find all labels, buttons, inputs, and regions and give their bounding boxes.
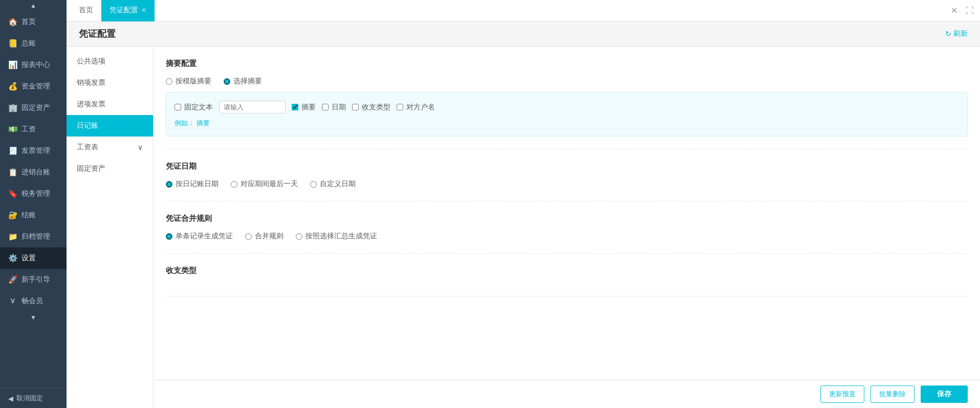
checkbox-counterpart-label: 对方户名 (406, 103, 435, 112)
checkbox-income-type[interactable]: 收支类型 (352, 103, 390, 112)
checkbox-summary-input[interactable] (292, 104, 298, 110)
sidebar-item-invoice[interactable]: 🧾 发票管理 (0, 140, 67, 162)
summary-radio-template[interactable]: 按模版摘要 (166, 77, 211, 86)
checkbox-summary-label: 摘要 (301, 103, 316, 112)
footer-bar: 更新预置 批量删除 保存 (154, 380, 980, 408)
content-layout: 公共选项 销项发票 进项发票 日记账 工资表 ∨ 固定资产 (67, 47, 980, 408)
nav-item-payroll[interactable]: 工资表 ∨ (67, 137, 153, 158)
sidebar-item-purchase-sale[interactable]: 📋 进销台账 (0, 162, 67, 183)
sidebar-unpin-btn[interactable]: ◀ 取消固定 (0, 388, 67, 408)
sidebar-item-funds[interactable]: 💰 资金管理 (0, 76, 67, 97)
date-radio-custom-input[interactable] (310, 181, 317, 188)
tax-icon: 🔖 (8, 189, 17, 198)
nav-item-fixed-assets[interactable]: 固定资产 (67, 158, 153, 179)
summary-radio-template-input[interactable] (166, 78, 172, 85)
summary-checkbox-row: 固定文本 摘要 日期 (175, 101, 959, 114)
sidebar-item-label: 发票管理 (21, 146, 50, 155)
sidebar-item-label: 新手引导 (21, 275, 50, 284)
page-title: 凭证配置 (79, 28, 116, 40)
date-radio-custom-label: 自定义日期 (320, 179, 356, 189)
date-radio-journal[interactable]: 按日记账日期 (166, 179, 219, 189)
sidebar-item-guide[interactable]: 🚀 新手引导 (0, 269, 67, 290)
checkbox-summary[interactable]: 摘要 (292, 103, 316, 112)
date-radio-last-day-input[interactable] (231, 181, 237, 188)
sidebar-scroll-up[interactable]: ▲ (28, 0, 38, 11)
sidebar-scroll-down[interactable]: ▼ (0, 312, 67, 323)
merge-radio-selection-label: 按照选择汇总生成凭证 (306, 232, 377, 241)
summary-radio-select-input[interactable] (224, 78, 230, 85)
page-header: 凭证配置 ↻ 刷新 (67, 21, 980, 47)
sidebar-item-home[interactable]: 🏠 首页 (0, 11, 67, 33)
summary-example-value: 摘要 (197, 119, 210, 127)
merge-radio-rules-label: 合并规则 (255, 232, 284, 241)
guide-icon: 🚀 (8, 275, 17, 284)
merge-radio-rules[interactable]: 合并规则 (245, 232, 284, 241)
checkbox-income-type-input[interactable] (352, 104, 359, 110)
income-type-title: 收支类型 (166, 266, 968, 276)
sidebar-item-settings[interactable]: ⚙️ 设置 (0, 247, 67, 269)
date-radio-journal-input[interactable] (166, 181, 172, 188)
nav-item-purchase-invoice[interactable]: 进项发票 (67, 94, 153, 115)
checkbox-counterpart-input[interactable] (397, 104, 403, 110)
checkbox-date[interactable]: 日期 (322, 103, 346, 112)
sidebar-item-ledger[interactable]: 📒 总账 (0, 33, 67, 54)
summary-radio-group: 按模版摘要 选择摘要 (166, 77, 968, 86)
nav-item-sales-invoice[interactable]: 销项发票 (67, 72, 153, 94)
checkbox-date-input[interactable] (322, 104, 329, 110)
sidebar-item-member[interactable]: V 畅会员 (0, 290, 67, 312)
sidebar-item-label: 资金管理 (21, 82, 50, 91)
batch-delete-button[interactable]: 批量删除 (870, 386, 914, 403)
sidebar-item-archive[interactable]: 📁 归档管理 (0, 226, 67, 247)
update-preset-button[interactable]: 更新预置 (820, 386, 864, 403)
summary-radio-select-label: 选择摘要 (233, 77, 262, 86)
invoice-icon: 🧾 (8, 146, 17, 155)
window-maximize-btn[interactable]: ⛶ (964, 5, 976, 16)
checkbox-fixed-text-label: 固定文本 (184, 103, 213, 112)
tab-close-icon[interactable]: ✕ (141, 7, 146, 14)
checkbox-fixed-text-input[interactable] (175, 104, 181, 110)
chevron-down-icon: ∨ (138, 143, 143, 151)
nav-item-public[interactable]: 公共选项 (67, 51, 153, 72)
sidebar-item-tax[interactable]: 🔖 税务管理 (0, 183, 67, 205)
merge-radio-selection-input[interactable] (296, 233, 302, 240)
tab-voucher-config[interactable]: 凭证配置 ✕ (101, 0, 155, 21)
sidebar-item-closing[interactable]: 🔐 结账 (0, 205, 67, 226)
save-button[interactable]: 保存 (921, 386, 968, 403)
merge-radio-single-input[interactable] (166, 233, 172, 240)
nav-item-journal[interactable]: 日记账 (67, 115, 153, 137)
merge-radio-rules-input[interactable] (245, 233, 252, 240)
checkbox-income-type-label: 收支类型 (362, 103, 390, 112)
merge-radio-single[interactable]: 单条记录生成凭证 (166, 232, 233, 241)
sidebar: ▲ 🏠 首页 📒 总账 📊 报表中心 💰 资金管理 🏢 固定资产 💵 工资 🧾 … (0, 0, 67, 408)
summary-radio-select[interactable]: 选择摘要 (224, 77, 262, 86)
member-icon: V (8, 298, 17, 305)
refresh-button[interactable]: ↻ 刷新 (945, 29, 968, 38)
sidebar-item-label: 结账 (21, 211, 36, 220)
refresh-icon: ↻ (945, 30, 951, 38)
main-area: 首页 凭证配置 ✕ ✕ ⛶ 凭证配置 ↻ 刷新 公共选项 销项发票 进项 (67, 0, 980, 408)
date-radio-custom[interactable]: 自定义日期 (310, 179, 356, 189)
summary-radio-template-label: 按模版摘要 (176, 77, 211, 86)
sidebar-item-label: 总账 (21, 39, 36, 48)
income-type-section: 收支类型 (166, 266, 968, 297)
fixed-text-input[interactable] (219, 101, 286, 114)
date-radio-last-day[interactable]: 对应期间最后一天 (231, 179, 298, 189)
right-content: 摘要配置 按模版摘要 选择摘要 (154, 47, 980, 380)
unpin-icon: ◀ (8, 395, 13, 402)
sidebar-item-assets[interactable]: 🏢 固定资产 (0, 97, 67, 119)
date-radio-last-day-label: 对应期间最后一天 (241, 179, 298, 189)
checkbox-fixed-text[interactable]: 固定文本 (175, 103, 213, 112)
merge-radio-selection[interactable]: 按照选择汇总生成凭证 (296, 232, 377, 241)
archive-icon: 📁 (8, 232, 17, 241)
window-close-btn[interactable]: ✕ (949, 5, 960, 16)
tab-home[interactable]: 首页 (71, 0, 101, 21)
ledger-icon: 📒 (8, 39, 17, 48)
sidebar-item-reports[interactable]: 📊 报表中心 (0, 54, 67, 76)
sidebar-item-salary[interactable]: 💵 工资 (0, 119, 67, 140)
settings-icon: ⚙️ (8, 254, 17, 263)
tab-home-label: 首页 (79, 6, 93, 15)
merge-radio-single-label: 单条记录生成凭证 (176, 232, 233, 241)
summary-config-section: 摘要配置 按模版摘要 选择摘要 (166, 59, 968, 149)
unpin-label: 取消固定 (16, 394, 43, 403)
checkbox-counterpart[interactable]: 对方户名 (397, 103, 435, 112)
